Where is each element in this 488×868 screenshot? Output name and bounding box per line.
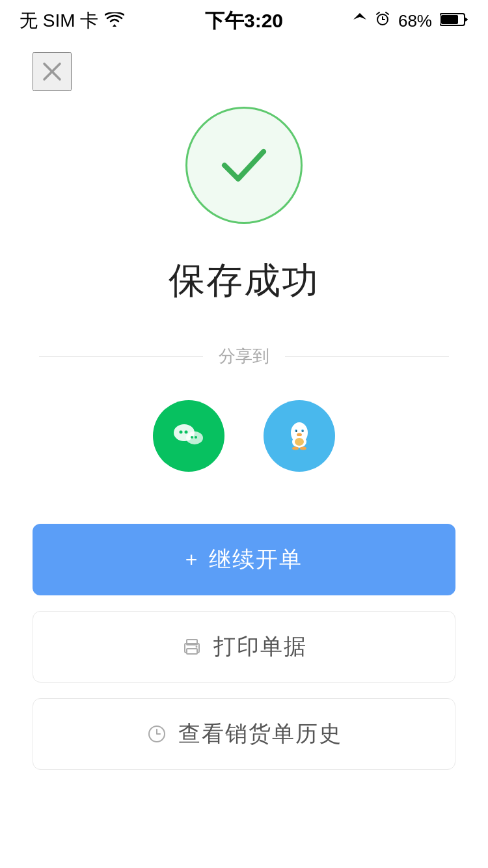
share-qq-button[interactable] bbox=[264, 400, 335, 472]
continue-button[interactable]: + 继续开单 bbox=[33, 524, 455, 595]
svg-point-15 bbox=[296, 431, 297, 432]
svg-point-9 bbox=[191, 436, 193, 439]
status-time: 下午3:20 bbox=[205, 8, 283, 34]
history-button-label: 查看销货单历史 bbox=[178, 719, 342, 749]
svg-point-6 bbox=[186, 431, 203, 444]
wechat-icon bbox=[169, 416, 209, 456]
share-icons-row bbox=[153, 400, 335, 472]
close-button[interactable] bbox=[33, 52, 72, 91]
svg-rect-2 bbox=[441, 15, 458, 24]
continue-button-label: 继续开单 bbox=[209, 545, 303, 575]
history-icon bbox=[146, 723, 168, 745]
print-icon bbox=[181, 636, 203, 658]
wifi-icon bbox=[105, 10, 124, 31]
qq-icon bbox=[279, 416, 319, 456]
success-circle bbox=[185, 107, 303, 224]
close-icon bbox=[40, 60, 64, 83]
svg-point-22 bbox=[300, 447, 306, 450]
success-title: 保存成功 bbox=[169, 256, 319, 306]
battery-icon bbox=[440, 11, 468, 31]
svg-point-8 bbox=[185, 431, 188, 434]
plus-icon: + bbox=[185, 548, 199, 572]
svg-rect-25 bbox=[187, 649, 197, 654]
alarm-icon bbox=[375, 11, 390, 31]
share-wechat-button[interactable] bbox=[153, 400, 224, 472]
svg-point-10 bbox=[195, 436, 197, 439]
print-button-label: 打印单据 bbox=[213, 632, 307, 662]
share-label: 分享到 bbox=[203, 345, 285, 368]
status-left: 无 SIM 卡 bbox=[20, 8, 124, 33]
svg-point-21 bbox=[292, 447, 299, 450]
svg-point-20 bbox=[295, 438, 304, 446]
battery-percentage: 68% bbox=[398, 11, 432, 31]
status-bar: 无 SIM 卡 下午3:20 68% bbox=[0, 0, 488, 42]
sim-status: 无 SIM 卡 bbox=[20, 8, 98, 33]
svg-point-18 bbox=[297, 433, 302, 437]
svg-point-26 bbox=[196, 646, 198, 648]
location-icon bbox=[353, 11, 367, 31]
status-right: 68% bbox=[353, 11, 468, 31]
main-content: 保存成功 分享到 bbox=[0, 42, 488, 770]
history-button[interactable]: 查看销货单历史 bbox=[33, 698, 455, 770]
divider-right bbox=[285, 356, 449, 357]
action-buttons: + 继续开单 打印单据 查看销货单历史 bbox=[0, 524, 488, 770]
checkmark-icon bbox=[215, 136, 273, 195]
svg-point-17 bbox=[303, 431, 304, 432]
svg-point-7 bbox=[180, 431, 183, 434]
print-button[interactable]: 打印单据 bbox=[33, 611, 455, 683]
share-divider: 分享到 bbox=[0, 345, 488, 368]
divider-left bbox=[39, 356, 203, 357]
